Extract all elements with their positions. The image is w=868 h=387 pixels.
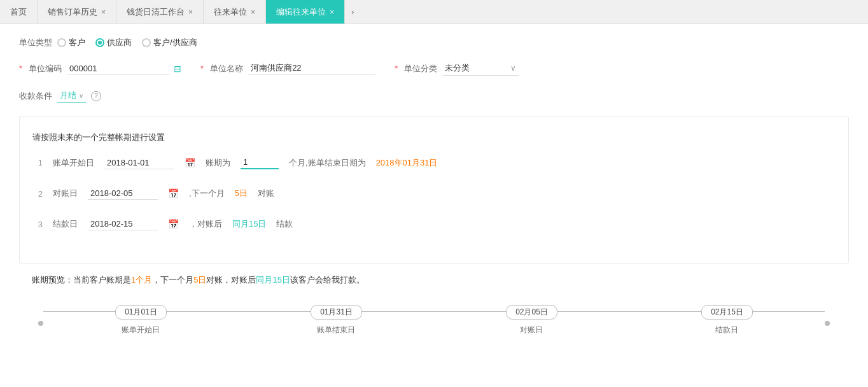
timeline-node-3: 02月05日 对账日	[506, 305, 557, 335]
step-2-num: 2	[32, 189, 43, 199]
preview-text: 账期预览：当前客户账期是1个月，下一个月5日对账，对账后同月15日该客户会给我打…	[32, 274, 836, 286]
payment-terms-select[interactable]: 月结 ∨	[57, 88, 86, 103]
unit-name-input[interactable]	[248, 62, 375, 75]
step-1-period-label: 账期为	[206, 157, 230, 169]
radio-customer-circle	[57, 38, 66, 47]
timeline-node-2: 01月31日 账单结束日	[311, 305, 362, 335]
preview-label: 账期预览：当前客户账期是	[32, 275, 131, 285]
step-1-row: 1 账单开始日 📅 账期为 个月,账单结束日期为 2018年01月31日	[32, 156, 836, 169]
timeline-bubble-2: 01月31日	[311, 305, 362, 320]
timeline-label-4: 结款日	[715, 325, 738, 335]
timeline-bubble-3: 02月05日	[506, 305, 557, 320]
timeline-label-2: 账单结束日	[317, 325, 355, 335]
tab-more-icon: ›	[351, 7, 354, 17]
step-3-calendar-icon[interactable]: 📅	[168, 219, 179, 229]
preview-period: 1个月	[131, 275, 152, 285]
unit-code-item: * 单位编码 ⊟	[19, 62, 181, 75]
tab-more-button[interactable]: ›	[345, 0, 360, 24]
step-1-date-input[interactable]	[104, 157, 174, 169]
unit-type-label: 单位类型	[19, 37, 52, 48]
timeline-bubble-4: 02月15日	[701, 305, 753, 320]
unit-class-item: * 单位分类 未分类 ∨	[395, 61, 519, 76]
step-3-num: 3	[32, 220, 43, 229]
main-content: 单位类型 客户 供应商 客户/供应商 * 单位编码	[0, 24, 868, 387]
payment-terms-item: 收款条件 月结 ∨ ?	[19, 88, 101, 103]
preview-section: 账期预览：当前客户账期是1个月，下一个月5日对账，对账后同月15日该客户会给我打…	[19, 274, 849, 335]
settings-panel: 请按照未来的一个完整帐期进行设置 1 账单开始日 📅 账期为 个月,账单结束日期…	[19, 116, 849, 264]
step-1-period-unit: 个月,账单结束日期为	[289, 157, 366, 169]
preview-reconcile: 5日	[193, 275, 206, 285]
unit-class-value: 未分类	[445, 62, 508, 74]
unit-info-row: * 单位编码 ⊟ * 单位名称 * 单位分类 未分类 ∨	[19, 61, 849, 76]
step-2-label: 对账日	[53, 188, 78, 199]
unit-class-required-star: *	[395, 64, 398, 73]
radio-supplier-label: 供应商	[107, 37, 132, 48]
copy-icon[interactable]: ⊟	[174, 64, 181, 74]
timeline-node-1: 01月01日 账单开始日	[115, 305, 167, 335]
step-1-end-date: 2018年01月31日	[376, 157, 438, 169]
timeline: 01月01日 账单开始日 01月31日 账单结束日 02月05日 对账日	[32, 305, 836, 335]
step-1-period-input[interactable]	[241, 156, 279, 169]
unit-type-radio-group: 客户 供应商 客户/供应商	[57, 37, 197, 48]
tab-partner-unit-label: 往来单位	[214, 6, 247, 18]
radio-customer-label: 客户	[69, 37, 85, 48]
step-3-date-input[interactable]	[88, 218, 158, 230]
timeline-label-1: 账单开始日	[122, 325, 160, 335]
timeline-node-4: 02月15日 结款日	[701, 305, 753, 335]
tab-home-label: 首页	[10, 6, 27, 18]
unit-class-select[interactable]: 未分类 ∨	[442, 61, 519, 76]
unit-name-label: 单位名称	[210, 63, 243, 74]
payment-terms-label: 收款条件	[19, 90, 52, 102]
tab-cash-work-label: 钱货日清工作台	[127, 6, 185, 18]
unit-code-required-star: *	[19, 64, 22, 73]
unit-code-label: 单位编码	[29, 63, 62, 74]
unit-code-input[interactable]	[67, 62, 169, 75]
tab-sales-history-label: 销售订单历史	[48, 6, 97, 18]
radio-both-circle	[142, 38, 151, 47]
close-partner-unit-icon[interactable]: ×	[251, 8, 255, 17]
timeline-nodes: 01月01日 账单开始日 01月31日 账单结束日 02月05日 对账日	[43, 305, 825, 335]
help-icon[interactable]: ?	[91, 91, 101, 101]
step-3-desc-after: 结款	[276, 218, 293, 230]
timeline-label-3: 对账日	[520, 325, 543, 335]
payment-terms-chevron-icon: ∨	[79, 92, 83, 99]
tab-partner-unit[interactable]: 往来单位 ×	[204, 0, 266, 24]
radio-customer[interactable]: 客户	[57, 37, 85, 48]
preview-payment: 同月15日	[256, 275, 290, 285]
tab-sales-history[interactable]: 销售订单历史 ×	[38, 0, 116, 24]
tab-cash-work[interactable]: 钱货日清工作台 ×	[116, 0, 204, 24]
radio-both-label: 客户/供应商	[153, 37, 197, 48]
close-edit-partner-icon[interactable]: ×	[330, 8, 334, 17]
preview-mid2: 对账，对账后	[206, 275, 256, 285]
timeline-inner: 01月01日 账单开始日 01月31日 账单结束日 02月05日 对账日	[43, 305, 825, 335]
step-2-date-input[interactable]	[88, 187, 158, 200]
close-cash-work-icon[interactable]: ×	[188, 8, 193, 17]
close-sales-history-icon[interactable]: ×	[101, 8, 106, 17]
preview-mid1: ，下一个月	[152, 275, 193, 285]
step-1-calendar-icon[interactable]: 📅	[185, 158, 195, 168]
step-2-row: 2 对账日 📅 ,下一个月5日对账	[32, 187, 836, 200]
payment-terms-value: 月结	[60, 90, 76, 101]
unit-type-item: 单位类型 客户 供应商 客户/供应商	[19, 37, 197, 48]
step-1-num: 1	[32, 158, 43, 167]
step-2-desc-highlight: 5日	[235, 188, 248, 199]
tab-home[interactable]: 首页	[0, 0, 38, 24]
radio-supplier-circle	[95, 38, 104, 47]
timeline-left-dot	[38, 321, 43, 326]
radio-both[interactable]: 客户/供应商	[142, 37, 197, 48]
step-3-row: 3 结款日 📅 ，对账后同月15日结款	[32, 218, 836, 230]
tab-edit-partner[interactable]: 编辑往来单位 ×	[266, 0, 345, 24]
unit-name-item: * 单位名称	[200, 62, 375, 75]
tab-edit-partner-label: 编辑往来单位	[276, 6, 326, 18]
unit-type-row: 单位类型 客户 供应商 客户/供应商	[19, 37, 849, 48]
step-3-desc-highlight: 同月15日	[232, 218, 266, 230]
step-3-label: 结款日	[53, 218, 78, 230]
step-3-desc-before: ，对账后	[189, 218, 222, 230]
unit-class-label: 单位分类	[404, 63, 437, 74]
step-2-desc-before: ,下一个月	[189, 188, 225, 199]
timeline-right-dot	[825, 321, 830, 326]
timeline-bubble-1: 01月01日	[115, 305, 167, 320]
radio-supplier[interactable]: 供应商	[95, 37, 132, 48]
unit-name-required-star: *	[200, 64, 204, 73]
step-2-calendar-icon[interactable]: 📅	[168, 188, 179, 199]
